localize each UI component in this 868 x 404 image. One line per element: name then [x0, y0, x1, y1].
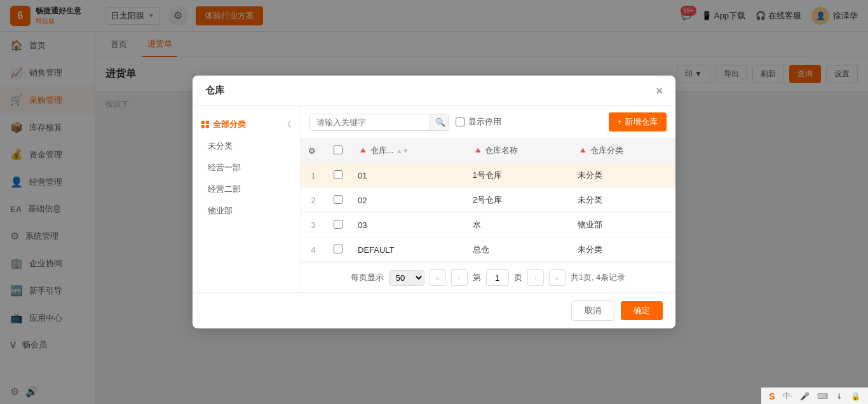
sort-icon: ▲▼: [396, 147, 409, 154]
row-checkbox-2[interactable]: [334, 195, 342, 204]
category-item-property[interactable]: 物业部: [193, 200, 300, 222]
category-dots-icon: [201, 121, 209, 128]
total-info: 共1页, 4条记录: [571, 272, 626, 283]
s-logo: S: [769, 391, 775, 401]
row-code-2: 02: [350, 188, 465, 213]
col-name: 🔺 仓库名称: [465, 138, 571, 163]
category-all-header[interactable]: 全部分类 《: [193, 114, 300, 135]
select-all-checkbox[interactable]: [334, 145, 342, 154]
temp-icon: 🌡: [836, 392, 843, 401]
search-input[interactable]: [310, 114, 430, 130]
prev-page-button[interactable]: ‹: [451, 269, 468, 286]
col-settings: ⚙: [301, 138, 326, 163]
table-content: 🔍 显示停用 + 新增仓库 ⚙: [301, 106, 675, 292]
show-disabled-label: 显示停用: [456, 116, 501, 128]
warehouse-table: ⚙ 🔺 仓库...▲▼ 🔺 仓库名称: [301, 138, 675, 262]
row-checkbox-1[interactable]: [334, 170, 342, 179]
per-page-label: 每页显示: [351, 272, 384, 283]
row-name-1: 1号仓库: [465, 163, 571, 188]
modal-overlay: 仓库 × 全部分类 《 未分类 经营一部 经: [0, 0, 868, 404]
category-item-ops2[interactable]: 经营二部: [193, 178, 300, 200]
page-unit: 页: [514, 272, 522, 283]
confirm-button[interactable]: 确定: [621, 301, 663, 320]
col-category: 🔺 仓库分类: [570, 138, 675, 163]
modal-close-button[interactable]: ×: [656, 85, 663, 97]
row-name-4: 总仓: [465, 238, 571, 262]
page-number-input[interactable]: [486, 269, 509, 286]
last-page-button[interactable]: »: [549, 269, 566, 286]
modal-title: 仓库: [205, 84, 224, 97]
category-panel: 全部分类 《 未分类 经营一部 经营二部 物业部: [193, 106, 301, 292]
table-row[interactable]: 3 03 水 物业部: [301, 213, 675, 238]
collapse-icon[interactable]: 《: [283, 119, 291, 130]
row-checkbox-4[interactable]: [334, 245, 342, 253]
warehouse-data-table: ⚙ 🔺 仓库...▲▼ 🔺 仓库名称: [301, 138, 675, 262]
table-row[interactable]: 2 02 2号仓库 未分类: [301, 188, 675, 213]
table-row[interactable]: 1 01 1号仓库 未分类: [301, 163, 675, 188]
category-item-unclassified[interactable]: 未分类: [193, 135, 300, 157]
row-name-3: 水: [465, 213, 571, 238]
cancel-button[interactable]: 取消: [571, 300, 614, 321]
row-category-3: 物业部: [570, 213, 675, 238]
lock-icon: 🔒: [851, 392, 860, 401]
row-num: 3: [301, 213, 326, 238]
status-bar: S 中· 🎤 ⌨ 🌡 🔒: [761, 387, 868, 404]
row-code-1: 01: [350, 163, 465, 188]
table-header-row: ⚙ 🔺 仓库...▲▼ 🔺 仓库名称: [301, 138, 675, 163]
table-head: ⚙ 🔺 仓库...▲▼ 🔺 仓库名称: [301, 138, 675, 163]
mic-icon[interactable]: 🎤: [800, 392, 810, 401]
modal-body: 全部分类 《 未分类 经营一部 经营二部 物业部 🔍: [193, 106, 675, 292]
modal-header: 仓库 ×: [193, 76, 675, 106]
status-text: 中·: [783, 391, 792, 401]
show-disabled-checkbox[interactable]: [456, 118, 465, 126]
row-num: 2: [301, 188, 326, 213]
search-box: 🔍: [309, 114, 449, 131]
row-category-2: 未分类: [570, 188, 675, 213]
row-num: 1: [301, 163, 326, 188]
table-body: 1 01 1号仓库 未分类 2 02 2号仓库: [301, 163, 675, 262]
pagination: 每页显示 50 100 200 « ‹ 第 页 › » 共1页, 4条记录: [301, 262, 675, 292]
search-icon[interactable]: 🔍: [430, 114, 449, 130]
keyboard-icon[interactable]: ⌨: [817, 392, 828, 401]
row-category-1: 未分类: [570, 163, 675, 188]
modal-footer: 取消 确定: [193, 292, 675, 328]
next-page-button[interactable]: ›: [527, 269, 544, 286]
first-page-button[interactable]: «: [430, 269, 446, 286]
per-page-select[interactable]: 50 100 200: [389, 270, 424, 286]
row-name-2: 2号仓库: [465, 188, 571, 213]
warehouse-modal: 仓库 × 全部分类 《 未分类 经营一部 经: [193, 76, 675, 328]
add-warehouse-button[interactable]: + 新增仓库: [609, 112, 667, 131]
row-checkbox-3[interactable]: [334, 220, 342, 229]
row-num: 4: [301, 238, 326, 262]
category-all-label: 全部分类: [201, 119, 246, 130]
col-code: 🔺 仓库...▲▼: [350, 138, 465, 163]
page-label: 第: [473, 272, 481, 283]
row-code-4: DEFAULT: [350, 238, 465, 262]
col-checkbox: [326, 138, 350, 163]
table-row[interactable]: 4 DEFAULT 总仓 未分类: [301, 238, 675, 262]
row-category-4: 未分类: [570, 238, 675, 262]
row-code-3: 03: [350, 213, 465, 238]
category-item-ops1[interactable]: 经营一部: [193, 157, 300, 178]
table-toolbar: 🔍 显示停用 + 新增仓库: [301, 106, 675, 138]
